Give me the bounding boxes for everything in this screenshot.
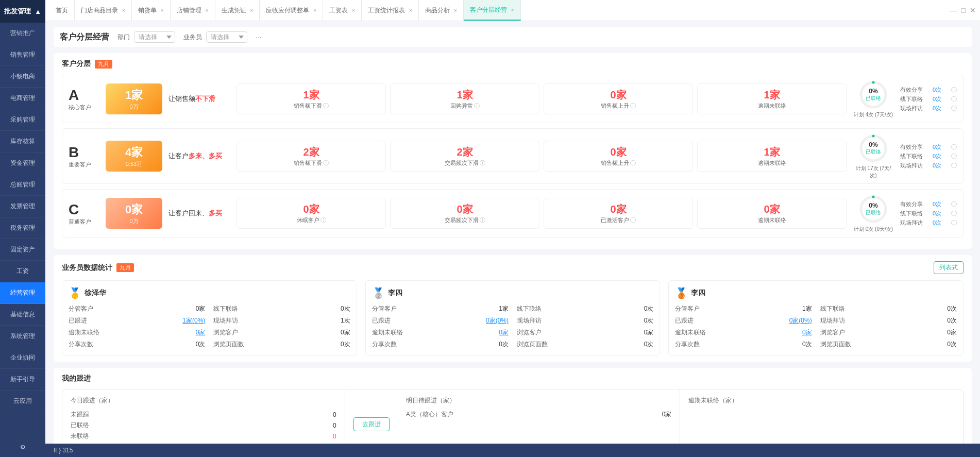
tab-工资表[interactable]: 工资表× [323, 0, 362, 21]
tab-close-icon[interactable]: × [122, 8, 125, 13]
info-icon[interactable]: ⓘ [480, 216, 485, 224]
sidebar-item-电商管理[interactable]: 电商管理 [0, 88, 45, 109]
info-icon[interactable]: ⓘ [951, 105, 957, 112]
sidebar-item-工资[interactable]: 工资 [0, 261, 45, 282]
tier-label-B: B 重要客户 [69, 144, 99, 168]
tab-close-icon[interactable]: × [161, 8, 164, 13]
info-icon[interactable]: ⓘ [323, 159, 329, 167]
tier-label-C: C 普通客户 [69, 201, 99, 226]
stat-card: 0家 休眠客户 ⓘ [236, 198, 386, 229]
info-icon[interactable]: ⓘ [951, 143, 957, 151]
sidebar-item-总账管理[interactable]: 总账管理 [0, 174, 45, 196]
staff-stat-row: 浏览客户 0家 [820, 328, 957, 337]
sidebar-toggle-icon[interactable]: ▲ [35, 8, 41, 15]
more-filters-icon[interactable]: ··· [256, 33, 262, 41]
customer-section-month: 九月 [95, 60, 112, 69]
info-icon[interactable]: ⓘ [323, 102, 329, 110]
staff-card-李四: 🥈 李四 分管客户 1家 线下联络 0次 已跟进 0家(0%) 现场拜访 0次 [365, 280, 661, 356]
sidebar-item-新手引导[interactable]: 新手引导 [0, 369, 45, 391]
info-icon[interactable]: ⓘ [630, 102, 636, 110]
info-icon[interactable]: ⓘ [480, 159, 485, 167]
tab-门店商品目录[interactable]: 门店商品目录× [75, 0, 132, 21]
sidebar-item-采购管理[interactable]: 采购管理 [0, 109, 45, 131]
info-icon[interactable]: ⓘ [951, 210, 957, 217]
overdue-col-title: 逾期未联络（家） [688, 396, 955, 405]
tab-销货单[interactable]: 销货单× [132, 0, 171, 21]
tab-工资统计报表[interactable]: 工资统计报表× [362, 0, 419, 21]
sidebar-item-经营管理[interactable]: 经营管理 [0, 282, 45, 304]
tab-close-icon[interactable]: × [409, 8, 412, 13]
staff-stat-row: 线下联络 0次 [820, 304, 957, 313]
sidebar-item-销售管理[interactable]: 销售管理 [0, 44, 45, 66]
sidebar-item-企业协同[interactable]: 企业协同 [0, 347, 45, 369]
sidebar-item-基础信息[interactable]: 基础信息 [0, 304, 45, 326]
sidebar-item-固定资产[interactable]: 固定资产 [0, 239, 45, 261]
settings-button[interactable]: ⚙ [0, 437, 45, 457]
tab-close-icon[interactable]: × [250, 8, 254, 13]
close-button[interactable]: ✕ [970, 6, 976, 14]
info-icon[interactable]: ⓘ [474, 102, 480, 110]
tab-应收应付调整单[interactable]: 应收应付调整单× [260, 0, 323, 21]
tab-生成凭证[interactable]: 生成凭证× [215, 0, 260, 21]
info-icon[interactable]: ⓘ [951, 153, 957, 160]
info-icon[interactable]: ⓘ [951, 219, 957, 227]
go-followup-button[interactable]: 去跟进 [353, 417, 390, 431]
staff-stat-row: 分享次数 0次 [372, 340, 509, 349]
info-icon[interactable]: ⓘ [951, 95, 957, 103]
sidebar-item-发票管理[interactable]: 发票管理 [0, 196, 45, 217]
tier-slogan-B: 让客户多来、多买 [168, 151, 230, 161]
staff-stat-row: 浏览页面数 0次 [213, 340, 350, 349]
staff-label: 业务员 [183, 33, 202, 42]
customer-section: 客户分层 九月 A 核心客户 1家 0万 让销售额不下滑 1家 销售额下滑 ⓘ … [54, 53, 972, 249]
tier-row-A: A 核心客户 1家 0万 让销售额不下滑 1家 销售额下滑 ⓘ 1家 回购异常 … [62, 75, 964, 123]
sidebar-item-营销推广[interactable]: 营销推广 [0, 23, 45, 44]
sidebar-item-库存核算[interactable]: 库存核算 [0, 131, 45, 153]
staff-card-徐泽华: 🥇 徐泽华 分管客户 0家 线下联络 0次 已跟进 1家(0%) 现场拜访 1次 [62, 280, 357, 356]
sidebar-item-税务管理[interactable]: 税务管理 [0, 217, 45, 239]
staff-filter: 业务员 请选择 [183, 31, 247, 43]
sidebar-item-云应用[interactable]: 云应用 [0, 391, 45, 412]
list-view-button[interactable]: 列表式 [934, 261, 964, 274]
maximize-button[interactable]: □ [961, 6, 966, 14]
staff-name-label: 李四 [388, 289, 402, 298]
info-icon[interactable]: ⓘ [951, 162, 957, 170]
staff-stat-row: 已跟进 0家(0%) [372, 316, 509, 325]
page-header: 客户分层经营 部门 请选择 业务员 请选择 ··· [54, 27, 972, 47]
info-icon[interactable]: ⓘ [320, 216, 326, 224]
staff-stat-row: 逾期未联络 0家 [69, 328, 205, 337]
sidebar-nav: 营销推广销售管理小畅电商电商管理采购管理库存核算资金管理总账管理发票管理税务管理… [0, 23, 45, 412]
tab-close-icon[interactable]: × [511, 7, 514, 13]
tier-slogan-A: 让销售额不下滑 [168, 94, 230, 104]
tab-close-icon[interactable]: × [206, 8, 209, 13]
today-followup-col: 今日跟进（家） 未跟踪 0 已联络 0 未联络 0 下次跟进 0 [62, 390, 345, 444]
tier-count-box-B: 4家 0.53万 [106, 141, 162, 172]
stat-card: 1家 逾期未联络 [697, 141, 847, 172]
staff-stat-row: 分管客户 1家 [372, 304, 509, 313]
dept-select[interactable]: 请选择 [134, 31, 175, 43]
tab-商品分析[interactable]: 商品分析× [419, 0, 464, 21]
tab-close-icon[interactable]: × [454, 8, 457, 13]
sidebar-item-资金管理[interactable]: 资金管理 [0, 153, 45, 174]
tomorrow-col-title: 明日待跟进（家） [406, 396, 672, 405]
sidebar-item-系统管理[interactable]: 系统管理 [0, 326, 45, 347]
tab-首页[interactable]: 首页 [49, 0, 75, 21]
tier-row-B: B 重要客户 4家 0.53万 让客户多来、多买 2家 销售额下滑 ⓘ 2家 交… [62, 128, 964, 184]
tab-店铺管理[interactable]: 店铺管理× [171, 0, 215, 21]
info-icon[interactable]: ⓘ [951, 86, 957, 94]
overdue-followup-col: 逾期未联络（家） [680, 390, 963, 444]
tab-close-icon[interactable]: × [313, 8, 316, 13]
sidebar-item-小畅电商[interactable]: 小畅电商 [0, 66, 45, 88]
tab-close-icon[interactable]: × [352, 8, 355, 13]
staff-select[interactable]: 请选择 [206, 31, 247, 43]
info-icon[interactable]: ⓘ [951, 200, 957, 208]
tab-客户分层经营[interactable]: 客户分层经营× [464, 0, 521, 21]
tomorrow-row: A类（核心）客户 0家 [406, 409, 672, 420]
stat-card: 0家 逾期未联络 [697, 198, 847, 229]
info-icon[interactable]: ⓘ [630, 216, 636, 224]
tier-stats-A: 1家 销售额下滑 ⓘ 1家 回购异常 ⓘ 0家 销售额上升 ⓘ 1家 逾期未联络 [236, 83, 847, 114]
minimize-button[interactable]: — [950, 6, 957, 14]
dept-label: 部门 [117, 33, 130, 42]
staff-stat-row: 分管客户 1家 [675, 304, 812, 313]
info-icon[interactable]: ⓘ [630, 159, 636, 167]
stat-card: 2家 交易频次下滑 ⓘ [390, 141, 539, 172]
